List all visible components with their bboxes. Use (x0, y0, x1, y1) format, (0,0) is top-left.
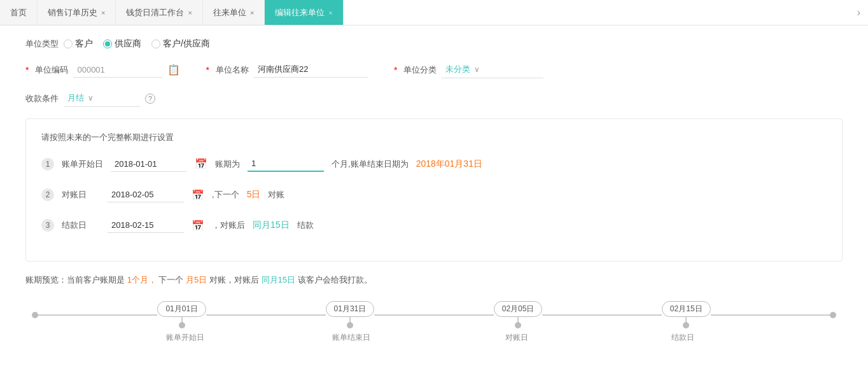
unit-category-label: 单位分类 (403, 64, 437, 76)
unit-code-calendar-icon[interactable]: 📋 (167, 64, 180, 76)
unit-type-label: 单位类型 (25, 38, 59, 50)
period-prefix: 账期为 (215, 158, 240, 170)
radio-customer[interactable]: 客户 (64, 38, 93, 50)
tab-close-edit-partner[interactable]: × (328, 9, 332, 17)
timeline-node-4: 02月15日 (662, 301, 711, 328)
tab-home[interactable]: 首页 (0, 0, 38, 25)
timeline-badge-4: 02月15日 (662, 301, 711, 317)
settle-date-input[interactable] (108, 218, 184, 233)
tab-cashflow[interactable]: 钱货日清工作台 × (116, 0, 202, 25)
timeline-dot-4 (683, 322, 689, 328)
radio-customer-supplier[interactable]: 客户/供应商 (151, 38, 210, 50)
settings-box: 请按照未来的一个完整帐期进行设置 1 账单开始日 📅 账期为 个月,账单结束日期… (25, 118, 843, 262)
tab-edit-partner[interactable]: 编辑往来单位 × (265, 0, 343, 25)
settle-date-calendar-icon[interactable]: 📅 (192, 220, 204, 232)
settings-title: 请按照未来的一个完整帐期进行设置 (41, 132, 827, 143)
reconcile-date-calendar-icon[interactable]: 📅 (192, 189, 204, 201)
unit-category-field: * 单位分类 未分类 ∨ (394, 61, 543, 78)
preview-settle-day: 同月15日 (262, 275, 295, 285)
radio-circle-customer (64, 39, 73, 48)
preview-ending: 该客户会给我打款。 (298, 275, 372, 285)
timeline-label-4: 结款日 (664, 332, 702, 343)
row-number-1: 1 (41, 158, 54, 171)
row-label-2: 对账日 (62, 189, 100, 201)
reconcile-day: 5日 (247, 189, 261, 201)
timeline-node-2: 01月31日 (326, 301, 375, 328)
timeline-segment-3 (374, 314, 493, 316)
preview-section: 账期预览：当前客户账期是 1个月， 下一个 月5日 对账，对账后 同月15日 该… (25, 274, 843, 286)
timeline-label-3: 对账日 (498, 332, 536, 343)
radio-circle-supplier (103, 39, 112, 48)
settings-row-3: 3 结款日 📅 ，对账后 同月15日 结款 (41, 218, 827, 233)
unit-type-row: 单位类型 客户 供应商 客户/供应商 (25, 38, 843, 50)
tab-close-cashflow[interactable]: × (188, 9, 192, 17)
unit-category-dropdown[interactable]: 未分类 ∨ (442, 61, 543, 78)
period-input[interactable] (248, 156, 324, 172)
reconcile-prefix: ,下一个 (212, 189, 239, 201)
unit-code-field: * 单位编码 📋 (25, 62, 180, 78)
unit-type-radio-group: 客户 供应商 客户/供应商 (64, 38, 210, 50)
tab-partners[interactable]: 往来单位 × (203, 0, 265, 25)
payment-terms-dropdown[interactable]: 月结 ∨ (64, 90, 140, 107)
preview-months: 1个月， (127, 275, 157, 285)
unit-code-input[interactable] (73, 62, 162, 78)
unit-name-label: 单位名称 (216, 64, 249, 76)
tab-sales-history[interactable]: 销售订单历史 × (38, 0, 116, 25)
timeline-segment-1 (38, 314, 157, 316)
unit-name-input[interactable] (254, 62, 368, 78)
start-date-calendar-icon[interactable]: 📅 (195, 158, 207, 170)
payment-terms-arrow-icon: ∨ (88, 94, 94, 102)
timeline-dot-3 (515, 322, 521, 328)
row-label-3: 结款日 (62, 220, 100, 231)
unit-info-row: * 单位编码 📋 * 单位名称 * 单位分类 未分类 ∨ (25, 61, 843, 78)
tab-close-partners[interactable]: × (250, 9, 254, 17)
timeline-dot-2 (347, 322, 353, 328)
unit-code-label: 单位编码 (35, 64, 68, 76)
timeline-label-2: 账单结束日 (332, 332, 370, 343)
start-date-input[interactable] (111, 157, 187, 172)
timeline-container: 01月01日 01月31日 02月05日 (25, 301, 843, 343)
timeline-badge-2: 01月31日 (326, 301, 375, 317)
preview-label: 账期预览：当前客户账期是 (25, 275, 125, 285)
payment-terms-label: 收款条件 (25, 93, 59, 104)
tabs-arrow[interactable]: › (850, 7, 868, 18)
unit-category-value: 未分类 (445, 64, 470, 75)
timeline-badge-1: 01月01日 (157, 301, 206, 317)
timeline-badge-3: 02月05日 (494, 301, 543, 317)
unit-code-required: * (25, 65, 29, 75)
reconcile-date-input[interactable] (108, 187, 184, 202)
row-number-3: 3 (41, 219, 54, 232)
settle-prefix: ，对账后 (212, 220, 245, 231)
settings-row-2: 2 对账日 📅 ,下一个 5日 对账 (41, 187, 827, 202)
unit-category-arrow-icon: ∨ (474, 65, 480, 74)
row-number-2: 2 (41, 188, 54, 201)
main-content: 单位类型 客户 供应商 客户/供应商 * 单位编码 (0, 25, 868, 387)
timeline-node-1: 01月01日 (157, 301, 206, 328)
unit-category-required: * (394, 65, 397, 75)
preview-reconcile-day: 月5日 (186, 275, 207, 285)
preview-reconcile-label: 对账，对账后 (209, 275, 259, 285)
settle-suffix: 结款 (297, 220, 314, 231)
payment-terms-row: 收款条件 月结 ∨ ? (25, 90, 843, 107)
timeline-segment-5 (711, 314, 830, 316)
radio-label-customer: 客户 (75, 38, 93, 50)
settle-day: 同月15日 (253, 220, 290, 231)
radio-label-supplier: 供应商 (115, 38, 141, 50)
settings-row-1: 1 账单开始日 📅 账期为 个月,账单结束日期为 2018年01月31日 (41, 156, 827, 172)
unit-name-required: * (206, 65, 209, 75)
timeline-label-1: 账单开始日 (166, 332, 204, 343)
period-suffix: 个月,账单结束日期为 (332, 158, 409, 170)
reconcile-suffix: 对账 (268, 189, 284, 201)
timeline-node-3: 02月05日 (494, 301, 543, 328)
payment-terms-help-icon[interactable]: ? (145, 94, 155, 104)
unit-type-field: 单位类型 客户 供应商 客户/供应商 (25, 38, 210, 50)
radio-label-customer-supplier: 客户/供应商 (163, 38, 210, 50)
radio-supplier[interactable]: 供应商 (103, 38, 141, 50)
timeline-segment-2 (206, 314, 325, 316)
tab-close-sales-history[interactable]: × (101, 9, 105, 17)
timeline-right-end (830, 312, 836, 318)
payment-terms-field: 收款条件 月结 ∨ ? (25, 90, 155, 107)
radio-circle-customer-supplier (151, 39, 160, 48)
unit-name-field: * 单位名称 (206, 62, 368, 78)
timeline-segment-4 (542, 314, 661, 316)
